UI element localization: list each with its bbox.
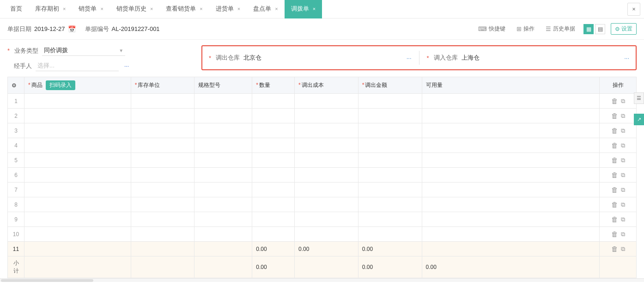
qty-cell[interactable] bbox=[252, 94, 295, 109]
cost-cell[interactable] bbox=[294, 94, 358, 109]
product-cell[interactable] bbox=[24, 138, 131, 153]
amount-cell[interactable] bbox=[358, 153, 422, 168]
close-all-button[interactable]: × bbox=[627, 3, 640, 16]
copy-icon[interactable]: ⧉ bbox=[621, 186, 625, 194]
product-cell[interactable] bbox=[24, 168, 131, 183]
tab-purchase[interactable]: 进货单 × bbox=[209, 0, 247, 18]
tab-close-sales-order[interactable]: × bbox=[100, 6, 103, 12]
shortcut-button[interactable]: ⌨ 快捷键 bbox=[475, 24, 508, 34]
tab-close-transfer[interactable]: × bbox=[313, 6, 316, 12]
layout2-button[interactable]: ▤ bbox=[595, 24, 605, 34]
spec-cell[interactable] bbox=[194, 212, 252, 227]
tab-home[interactable]: 首页 bbox=[4, 0, 29, 18]
unit-cell[interactable] bbox=[131, 212, 194, 227]
spec-cell[interactable] bbox=[194, 168, 252, 183]
product-cell[interactable] bbox=[24, 109, 131, 123]
amount-cell[interactable] bbox=[358, 138, 422, 153]
product-cell[interactable] bbox=[24, 197, 131, 212]
unit-cell[interactable] bbox=[131, 168, 194, 183]
cost-cell[interactable] bbox=[294, 168, 358, 183]
cost-cell[interactable] bbox=[294, 183, 358, 197]
right-panel-export-btn[interactable]: ↗ bbox=[634, 114, 644, 125]
out-warehouse-value[interactable]: 北京仓 bbox=[243, 54, 271, 62]
copy-icon[interactable]: ⧉ bbox=[621, 127, 625, 134]
product-cell[interactable] bbox=[24, 153, 131, 168]
history-button[interactable]: ☰ 历史单据 bbox=[543, 24, 578, 34]
scan-button[interactable]: 扫码录入 bbox=[46, 80, 75, 90]
operator-field[interactable]: 选择... bbox=[36, 61, 119, 71]
amount-cell[interactable] bbox=[358, 123, 422, 138]
unit-cell[interactable] bbox=[131, 138, 194, 153]
copy-icon-11[interactable]: ⧉ bbox=[621, 245, 625, 253]
copy-icon[interactable]: ⧉ bbox=[621, 112, 625, 120]
spec-cell[interactable] bbox=[194, 227, 252, 242]
delete-icon[interactable]: 🗑 bbox=[611, 171, 618, 179]
delete-icon[interactable]: 🗑 bbox=[611, 215, 618, 223]
unit-cell[interactable] bbox=[131, 94, 194, 109]
tab-close-sales-history[interactable]: × bbox=[150, 6, 153, 12]
col-settings[interactable]: ⚙ bbox=[8, 77, 24, 94]
unit-cell[interactable] bbox=[131, 153, 194, 168]
spec-cell[interactable] bbox=[194, 94, 252, 109]
spec-cell[interactable] bbox=[194, 138, 252, 153]
qty-cell[interactable] bbox=[252, 168, 295, 183]
product-cell[interactable] bbox=[24, 94, 131, 109]
tab-close-view-sales[interactable]: × bbox=[200, 6, 202, 12]
operations-button[interactable]: ⊞ 操作 bbox=[514, 24, 537, 34]
amount-cell[interactable] bbox=[358, 168, 422, 183]
amount-cell[interactable] bbox=[358, 197, 422, 212]
subtotal-product-cell[interactable] bbox=[24, 242, 131, 256]
delete-icon[interactable]: 🗑 bbox=[611, 141, 618, 149]
unit-cell[interactable] bbox=[131, 197, 194, 212]
calendar-icon[interactable]: 📅 bbox=[68, 25, 76, 33]
layout1-button[interactable]: ▦ bbox=[583, 24, 594, 34]
cost-cell[interactable] bbox=[294, 197, 358, 212]
spec-cell[interactable] bbox=[194, 183, 252, 197]
unit-cell[interactable] bbox=[131, 183, 194, 197]
cost-cell[interactable] bbox=[294, 138, 358, 153]
delete-icon[interactable]: 🗑 bbox=[611, 230, 618, 238]
tab-close-purchase[interactable]: × bbox=[237, 6, 240, 12]
in-warehouse-value[interactable]: 上海仓 bbox=[462, 54, 489, 62]
cost-cell[interactable] bbox=[294, 153, 358, 168]
in-warehouse-more-btn[interactable]: ··· bbox=[624, 55, 629, 61]
delete-icon[interactable]: 🗑 bbox=[611, 156, 618, 164]
scroll-thumb[interactable] bbox=[1, 279, 93, 282]
qty-cell[interactable] bbox=[252, 212, 295, 227]
amount-cell[interactable] bbox=[358, 109, 422, 123]
unit-cell[interactable] bbox=[131, 123, 194, 138]
copy-icon[interactable]: ⧉ bbox=[621, 201, 625, 208]
delete-icon[interactable]: 🗑 bbox=[611, 127, 618, 134]
tab-inventory-init[interactable]: 库存期初 × bbox=[29, 0, 72, 18]
tab-close-inventory-init[interactable]: × bbox=[63, 6, 66, 12]
tab-sales-history[interactable]: 销货单历史 × bbox=[110, 0, 159, 18]
delete-icon[interactable]: 🗑 bbox=[611, 97, 618, 105]
amount-cell[interactable] bbox=[358, 212, 422, 227]
unit-cell[interactable] bbox=[131, 227, 194, 242]
copy-icon[interactable]: ⧉ bbox=[621, 231, 625, 238]
cost-cell[interactable] bbox=[294, 227, 358, 242]
copy-icon[interactable]: ⧉ bbox=[621, 171, 625, 179]
delete-icon-11[interactable]: 🗑 bbox=[611, 245, 618, 253]
qty-cell[interactable] bbox=[252, 153, 295, 168]
cost-cell[interactable] bbox=[294, 123, 358, 138]
copy-icon[interactable]: ⧉ bbox=[621, 157, 625, 164]
copy-icon[interactable]: ⧉ bbox=[621, 142, 625, 149]
qty-cell[interactable] bbox=[252, 109, 295, 123]
copy-icon[interactable]: ⧉ bbox=[621, 216, 625, 223]
scroll-bar[interactable] bbox=[0, 278, 644, 282]
amount-cell[interactable] bbox=[358, 94, 422, 109]
date-value[interactable]: 2019-12-27 bbox=[34, 25, 65, 32]
spec-cell[interactable] bbox=[194, 153, 252, 168]
qty-cell[interactable] bbox=[252, 227, 295, 242]
delete-icon[interactable]: 🗑 bbox=[611, 201, 618, 208]
tab-close-stocktake[interactable]: × bbox=[275, 6, 278, 12]
cost-cell[interactable] bbox=[294, 212, 358, 227]
product-cell[interactable] bbox=[24, 227, 131, 242]
operator-more-btn[interactable]: ··· bbox=[124, 63, 129, 69]
unit-cell[interactable] bbox=[131, 109, 194, 123]
amount-cell[interactable] bbox=[358, 183, 422, 197]
amount-cell[interactable] bbox=[358, 227, 422, 242]
tab-transfer[interactable]: 调拨单 × bbox=[285, 0, 322, 18]
tab-stocktake[interactable]: 盘点单 × bbox=[247, 0, 284, 18]
